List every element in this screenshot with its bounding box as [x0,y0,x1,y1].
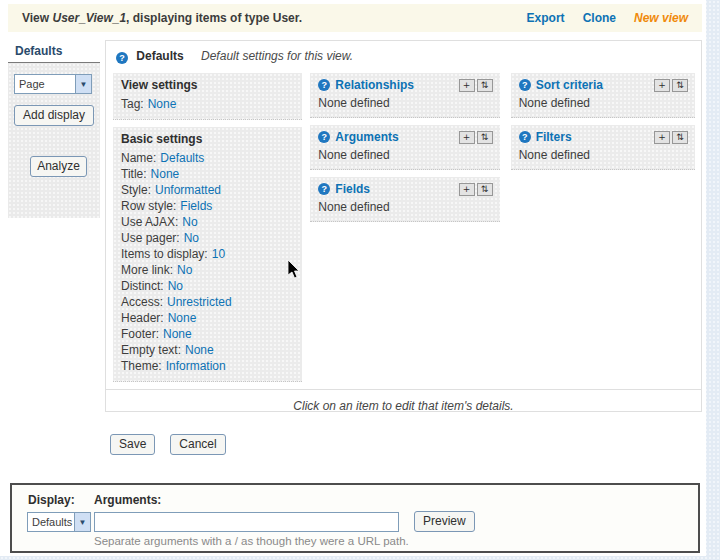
clone-link[interactable]: Clone [583,11,616,25]
rearrange-icon[interactable]: ⇅ [672,131,688,144]
setting-label: Empty text: [121,343,181,357]
setting-label: Use AJAX: [121,215,178,229]
add-icon[interactable]: + [459,131,475,144]
setting-value-link[interactable]: Defaults [160,151,204,165]
add-icon[interactable]: + [459,183,475,196]
preview-display-select[interactable]: Defaults ▼ [27,512,91,532]
setting-label: Theme: [121,359,162,373]
help-icon[interactable]: ? [519,79,531,91]
setting-value-link[interactable]: Information [166,359,226,373]
display-header: ? Defaults Default settings for this vie… [106,41,701,73]
fields-panel: ? Fields + ⇅ None defined [310,177,499,222]
add-icon[interactable]: + [654,79,670,92]
filters-link[interactable]: Filters [536,130,572,144]
sort-criteria-title-row: ? Sort criteria + ⇅ [519,78,688,92]
cancel-button[interactable]: Cancel [170,434,225,455]
setting-value-link[interactable]: Unformatted [155,183,221,197]
basic-settings-rows: Name:Defaults Title:None Style:Unformatt… [121,150,295,374]
relationships-content: None defined [318,96,492,110]
setting-value-link[interactable]: No [184,231,199,245]
help-icon[interactable]: ? [519,131,531,143]
add-icon[interactable]: + [654,131,670,144]
filters-panel: ? Filters + ⇅ None defined [511,125,695,170]
relationships-panel: ? Relationships + ⇅ None defined [310,73,499,118]
chevron-down-icon: ▼ [75,75,91,93]
setting-row: Footer:None [121,326,295,342]
setting-row: Theme:Information [121,358,295,374]
analyze-button[interactable]: Analyze [30,156,87,177]
arguments-help-text: Separate arguments with a / as though th… [94,535,409,547]
setting-value-link[interactable]: No [177,263,192,277]
display-type-select[interactable]: Page ▼ [14,74,92,94]
filters-buttons: + ⇅ [654,131,688,144]
fields-buttons: + ⇅ [459,183,493,196]
display-settings-box: ? Defaults Default settings for this vie… [105,40,702,412]
view-settings-panel: View settings Tag:None [113,73,302,120]
display-label: Display: [28,493,75,507]
setting-row: Access:Unrestricted [121,294,295,310]
setting-value-link[interactable]: None [163,327,192,341]
add-display-button[interactable]: Add display [14,105,94,126]
help-icon[interactable]: ? [116,52,128,64]
relationships-buttons: + ⇅ [459,79,493,92]
sort-criteria-content: None defined [519,96,688,110]
basic-settings-title: Basic settings [121,132,295,146]
view-title: View User_View_1, displaying items of ty… [22,11,302,25]
setting-value-link[interactable]: None [185,343,214,357]
view-settings-title: View settings [121,78,295,92]
save-button[interactable]: Save [110,434,155,455]
settings-column-2: ? Relationships + ⇅ None defined ? Argum… [310,73,499,229]
settings-column-1: View settings Tag:None Basic settings Na… [113,73,302,389]
setting-label: Header: [121,311,164,325]
display-header-subtitle: Default settings for this view. [201,49,353,63]
display-header-title: Defaults [136,49,183,63]
add-icon[interactable]: + [459,79,475,92]
preview-form: Display: Arguments: Defaults ▼ Preview S… [10,483,700,553]
fields-link[interactable]: Fields [335,182,370,196]
setting-value-link[interactable]: No [182,215,197,229]
arguments-buttons: + ⇅ [459,131,493,144]
sort-criteria-panel: ? Sort criteria + ⇅ None defined [511,73,695,118]
help-icon[interactable]: ? [318,131,330,143]
setting-label: More link: [121,263,173,277]
rearrange-icon[interactable]: ⇅ [477,79,493,92]
arguments-input[interactable] [94,512,399,532]
arguments-content: None defined [318,148,492,162]
setting-row: Style:Unformatted [121,182,295,198]
setting-row: Distinct:No [121,278,295,294]
setting-row: Use pager:No [121,230,295,246]
view-info-bar: View User_View_1, displaying items of ty… [8,4,702,32]
setting-label: Distinct: [121,279,164,293]
setting-value-link[interactable]: None [151,167,180,181]
setting-row: Header:None [121,310,295,326]
relationships-title-row: ? Relationships + ⇅ [318,78,492,92]
arguments-link[interactable]: Arguments [335,130,398,144]
new-view-link[interactable]: New view [634,11,688,25]
setting-row: Empty text:None [121,342,295,358]
relationships-link[interactable]: Relationships [335,78,414,92]
setting-label: Style: [121,183,151,197]
setting-label: Access: [121,295,163,309]
setting-value-link[interactable]: Fields [180,199,212,213]
setting-label: Name: [121,151,156,165]
setting-row: Name:Defaults [121,150,295,166]
sort-criteria-link[interactable]: Sort criteria [536,78,603,92]
help-icon[interactable]: ? [318,79,330,91]
help-icon[interactable]: ? [318,183,330,195]
rearrange-icon[interactable]: ⇅ [477,131,493,144]
setting-value-link[interactable]: None [148,97,177,111]
setting-label: Footer: [121,327,159,341]
preview-button[interactable]: Preview [414,511,475,532]
tab-defaults[interactable]: Defaults [8,40,100,63]
setting-row: More link:No [121,262,295,278]
setting-value-link[interactable]: Unrestricted [167,295,232,309]
rearrange-icon[interactable]: ⇅ [477,183,493,196]
setting-row: Tag:None [121,96,295,112]
setting-value-link[interactable]: None [168,311,197,325]
setting-value-link[interactable]: No [168,279,183,293]
rearrange-icon[interactable]: ⇅ [672,79,688,92]
display-type-select-value: Page [15,78,75,90]
view-title-prefix: View [22,11,52,25]
export-link[interactable]: Export [527,11,565,25]
setting-value-link[interactable]: 10 [212,247,225,261]
